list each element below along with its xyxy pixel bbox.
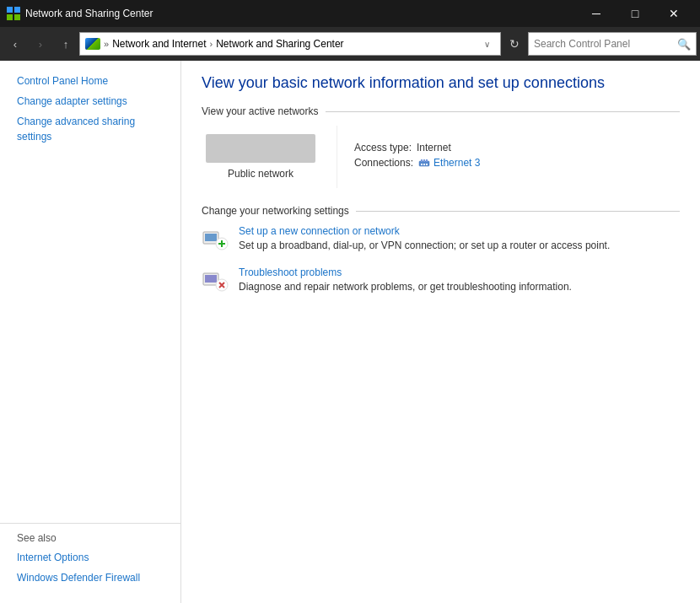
svg-rect-1 xyxy=(14,7,20,13)
svg-rect-10 xyxy=(421,164,423,165)
troubleshoot-icon xyxy=(202,267,229,293)
troubleshoot-desc: Diagnose and repair network problems, or… xyxy=(239,280,680,294)
see-also-label: See also xyxy=(17,532,164,544)
network-type-label: Public network xyxy=(228,168,293,180)
ethernet-icon xyxy=(418,157,430,169)
access-type-row: Access type: Internet xyxy=(354,142,480,153)
refresh-button[interactable]: ↻ xyxy=(503,32,526,56)
sidebar-item-windows-defender-firewall[interactable]: Windows Defender Firewall xyxy=(17,568,164,588)
content-area: View your basic network information and … xyxy=(181,61,700,603)
svg-rect-3 xyxy=(14,14,20,20)
sidebar: Control Panel Home Change adapter settin… xyxy=(0,61,181,603)
svg-rect-0 xyxy=(7,7,13,13)
search-icon: 🔍 xyxy=(677,38,691,51)
ethernet-link-label: Ethernet 3 xyxy=(433,157,480,169)
network-icon-placeholder xyxy=(206,134,315,163)
settings-item-troubleshoot: Troubleshoot problems Diagnose and repai… xyxy=(202,267,680,294)
troubleshoot-text: Troubleshoot problems Diagnose and repai… xyxy=(239,267,680,294)
settings-item-new-connection: Set up a new connection or network Set u… xyxy=(202,225,680,253)
sidebar-item-change-advanced-sharing[interactable]: Change advanced sharingsettings xyxy=(0,111,180,147)
sidebar-item-control-panel-home[interactable]: Control Panel Home xyxy=(0,71,180,91)
maximize-button[interactable]: □ xyxy=(616,0,654,27)
back-button[interactable]: ‹ xyxy=(3,32,27,56)
breadcrumb-part1[interactable]: Network and Internet xyxy=(112,38,206,50)
sidebar-see-also: See also Internet Options Windows Defend… xyxy=(0,523,180,593)
new-connection-icon xyxy=(202,225,229,252)
address-chevron-button[interactable]: ∨ xyxy=(478,32,495,56)
ethernet-link[interactable]: Ethernet 3 xyxy=(418,157,480,169)
new-connection-desc: Set up a broadband, dial-up, or VPN conn… xyxy=(239,239,680,253)
access-type-val: Internet xyxy=(417,142,451,153)
connections-key: Connections: xyxy=(354,157,413,169)
svg-rect-7 xyxy=(421,159,423,162)
active-networks-label: View your active networks xyxy=(202,105,319,117)
minimize-button[interactable]: ─ xyxy=(577,0,616,27)
breadcrumb-separator: » xyxy=(104,39,109,49)
networking-settings-label: Change your networking settings xyxy=(202,205,349,217)
up-button[interactable]: ↑ xyxy=(54,32,78,56)
main-layout: Control Panel Home Change adapter settin… xyxy=(0,61,700,603)
svg-rect-2 xyxy=(7,14,13,20)
breadcrumb-arrow: › xyxy=(210,39,213,49)
section-divider-2 xyxy=(356,211,680,212)
svg-rect-12 xyxy=(426,164,428,165)
title-bar: Network and Sharing Center ─ □ ✕ xyxy=(0,0,700,27)
window-controls: ─ □ ✕ xyxy=(577,0,693,27)
sidebar-item-internet-options[interactable]: Internet Options xyxy=(17,547,164,568)
search-box: 🔍 xyxy=(528,32,697,56)
new-connection-title[interactable]: Set up a new connection or network xyxy=(239,225,680,237)
svg-rect-19 xyxy=(205,275,217,283)
troubleshoot-title[interactable]: Troubleshoot problems xyxy=(239,267,680,278)
forward-button[interactable]: › xyxy=(29,32,52,56)
network-card: Public network Access type: Internet Con… xyxy=(202,126,680,188)
section-divider xyxy=(326,111,680,112)
access-type-key: Access type: xyxy=(354,142,412,153)
new-connection-text: Set up a new connection or network Set u… xyxy=(239,225,680,253)
settings-section: Set up a new connection or network Set u… xyxy=(202,225,680,294)
sidebar-item-change-adapter-settings[interactable]: Change adapter settings xyxy=(0,91,180,111)
page-title: View your basic network information and … xyxy=(202,74,680,92)
network-info: Public network xyxy=(202,126,337,188)
breadcrumb: » Network and Internet › Network and Sha… xyxy=(85,38,475,50)
network-details: Access type: Internet Connections: xyxy=(337,126,497,188)
window-title: Network and Sharing Center xyxy=(25,8,577,19)
networking-settings-header: Change your networking settings xyxy=(202,205,680,217)
search-input[interactable] xyxy=(534,38,677,50)
svg-rect-8 xyxy=(423,159,425,162)
svg-rect-9 xyxy=(426,159,428,162)
breadcrumb-icon xyxy=(85,38,100,50)
svg-rect-11 xyxy=(423,164,425,165)
svg-rect-14 xyxy=(205,234,217,241)
active-networks-header: View your active networks xyxy=(202,105,680,117)
connections-row: Connections: Ethernet 3 xyxy=(354,157,480,169)
close-button[interactable]: ✕ xyxy=(654,0,693,27)
breadcrumb-part2: Network and Sharing Center xyxy=(216,38,343,50)
app-icon xyxy=(7,7,20,20)
address-box[interactable]: » Network and Internet › Network and Sha… xyxy=(79,32,501,56)
address-bar: ‹ › ↑ » Network and Internet › Network a… xyxy=(0,27,700,61)
